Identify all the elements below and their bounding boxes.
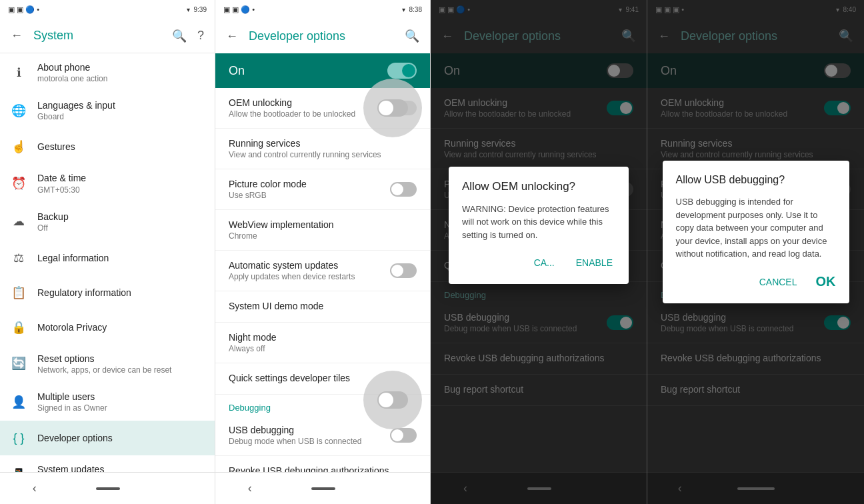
oem-dialog-body: WARNING: Device protection features will… [462, 203, 615, 242]
status-icons-left2: ▣ ▣ 🔵 • [223, 5, 255, 14]
regulatory-title: Regulatory information [37, 287, 204, 299]
updates-icon: 📱 [11, 467, 27, 472]
usb-dialog: Allow USB debugging? USB debugging is in… [663, 161, 849, 303]
oem-dialog-overlay: Allow OEM unlocking? WARNING: Device pro… [431, 0, 647, 504]
settings-item-gestures[interactable]: ☝ Gestures [0, 129, 215, 164]
settings-list: ℹ About phone motorola one action 🌐 Lang… [0, 53, 215, 472]
developer-title: Developer options [37, 432, 204, 444]
developer-options-panel3: ▣ ▣ 🔵 • ▾ 9:41 ← Developer options 🔍 On … [431, 0, 647, 504]
developer-options-panel2: ▣ ▣ 🔵 • ▾ 8:38 ← Developer options 🔍 On … [215, 0, 431, 504]
datetime-icon: ⏰ [11, 175, 27, 191]
oem-toggle-inner [377, 99, 408, 117]
help-icon[interactable]: ? [197, 29, 204, 43]
about-icon: ℹ [11, 65, 27, 81]
system-settings-panel: ▣ ▣ 🔵 • ▾ 9:39 ← System 🔍 ? ℹ About phon… [0, 0, 215, 504]
oem-dialog-buttons: Ca... Enable [462, 255, 615, 271]
color-toggle-panel2[interactable] [390, 182, 417, 197]
settings-item-developer[interactable]: { } Developer options [0, 421, 215, 455]
usb-cancel-btn[interactable]: Cancel [757, 274, 800, 290]
system-title: System [33, 29, 161, 43]
settings-item-users[interactable]: 👤 Multiple users Signed in as Owner [0, 383, 215, 421]
usb-dialog-overlay: Allow USB debugging? USB debugging is in… [647, 0, 864, 504]
usb-dialog-title: Allow USB debugging? [676, 174, 836, 186]
reset-icon: 🔄 [11, 355, 27, 371]
backup-subtitle: Off [37, 223, 204, 233]
status-icons-left: ▣ ▣ 🔵 • [8, 5, 39, 14]
usb-dialog-body: USB debugging is intended for developmen… [676, 195, 836, 261]
back-icon-panel2[interactable]: ← [226, 29, 238, 43]
usb-toggle-circle-overlay [363, 371, 422, 429]
oem-toggle-circle-overlay [363, 79, 422, 137]
on-label-panel2: On [229, 64, 245, 78]
backup-title: Backup [37, 211, 204, 223]
home-pill2[interactable] [311, 487, 335, 490]
about-subtitle: motorola one action [37, 74, 204, 83]
settings-item-regulatory[interactable]: 📋 Regulatory information [0, 275, 215, 310]
usb-ok-btn[interactable]: OK [816, 274, 836, 289]
oem-enable-btn[interactable]: Enable [573, 255, 615, 271]
main-toggle-panel2[interactable] [387, 63, 417, 79]
system-header: ← System 🔍 ? [0, 19, 215, 53]
status-bar-panel1: ▣ ▣ 🔵 • ▾ 9:39 [0, 0, 215, 19]
oem-dialog-title: Allow OEM unlocking? [462, 180, 615, 193]
status-icons-right2: ▾ 8:38 [402, 6, 422, 13]
settings-item-backup[interactable]: ☁ Backup Off [0, 203, 215, 241]
back-icon[interactable]: ← [11, 29, 23, 43]
legal-icon: ⚖ [11, 250, 27, 266]
settings-item-legal[interactable]: ⚖ Legal information [0, 241, 215, 275]
legal-title: Legal information [37, 252, 204, 264]
dev-item-revoke[interactable]: Revoke USB debugging authorizations [215, 456, 430, 472]
search-icon[interactable]: 🔍 [172, 29, 187, 43]
back-nav-btn[interactable]: ‹ [27, 476, 42, 501]
usb-toggle-inner [377, 391, 408, 409]
developer-toolbar-panel2: ← Developer options 🔍 [215, 19, 430, 53]
usb-dialog-buttons: Cancel OK [676, 274, 836, 290]
users-subtitle: Signed in as Owner [37, 403, 204, 413]
regulatory-icon: 📋 [11, 285, 27, 301]
privacy-icon: 🔒 [11, 319, 27, 335]
users-title: Multiple users [37, 391, 204, 403]
back-nav-btn2[interactable]: ‹ [243, 476, 257, 501]
autoupdate-toggle-panel2[interactable] [390, 263, 417, 278]
status-bar-panel2: ▣ ▣ 🔵 • ▾ 8:38 [215, 0, 430, 19]
dev-item-night[interactable]: Night mode Always off [215, 323, 430, 363]
gestures-title: Gestures [37, 141, 204, 153]
datetime-subtitle: GMT+05:30 [37, 185, 204, 195]
usb-toggle-panel2[interactable] [390, 428, 417, 443]
dev-item-color[interactable]: Picture color mode Use sRGB [215, 169, 430, 210]
users-icon: 👤 [11, 394, 27, 410]
reset-title: Reset options [37, 353, 204, 365]
languages-subtitle: Gboard [37, 112, 204, 121]
gestures-icon: ☝ [11, 139, 27, 155]
settings-item-privacy[interactable]: 🔒 Motorola Privacy [0, 310, 215, 345]
about-title: About phone [37, 61, 204, 73]
dev-item-autoupdate[interactable]: Automatic system updates Apply updates w… [215, 251, 430, 291]
datetime-title: Date & time [37, 172, 204, 184]
oem-dialog: Allow OEM unlocking? WARNING: Device pro… [449, 167, 629, 285]
status-icons-right: ▾ 9:39 [187, 6, 207, 13]
oem-cancel-btn[interactable]: Ca... [531, 255, 557, 271]
settings-item-datetime[interactable]: ⏰ Date & time GMT+05:30 [0, 164, 215, 202]
settings-item-languages[interactable]: 🌐 Languages & input Gboard [0, 91, 215, 129]
dev-item-webview[interactable]: WebView implementation Chrome [215, 210, 430, 251]
languages-icon: 🌐 [11, 103, 27, 119]
updates-title: System updates [37, 463, 204, 472]
dev-item-uidemo[interactable]: System UI demo mode [215, 291, 430, 323]
languages-title: Languages & input [37, 99, 204, 111]
developer-options-panel4: ▣ ▣ ▣ • ▾ 8:40 ← Developer options 🔍 On … [647, 0, 864, 504]
dev-title-panel2: Developer options [249, 29, 394, 43]
settings-item-updates[interactable]: 📱 System updates Updated to Android 9 [0, 455, 215, 472]
bottom-nav-panel2: ‹ [215, 472, 430, 504]
reset-subtitle: Network, apps, or device can be reset [37, 365, 204, 375]
home-pill[interactable] [96, 487, 120, 490]
privacy-title: Motorola Privacy [37, 321, 204, 333]
developer-icon: { } [11, 430, 27, 446]
search-icon-panel2[interactable]: 🔍 [405, 29, 419, 43]
settings-item-about[interactable]: ℹ About phone motorola one action [0, 53, 215, 91]
bottom-nav-panel1: ‹ [0, 472, 215, 504]
settings-item-reset[interactable]: 🔄 Reset options Network, apps, or device… [0, 345, 215, 383]
backup-icon: ☁ [11, 213, 27, 229]
